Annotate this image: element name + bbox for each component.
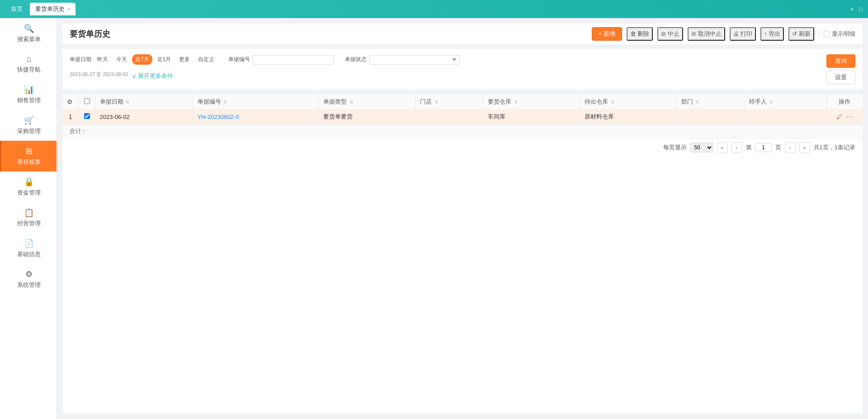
doc-icon: 📄 (24, 238, 34, 248)
top-bar: 首页 要货单历史 × × □ (0, 0, 868, 18)
close-tab-icon[interactable]: × (67, 6, 70, 12)
new-button[interactable]: + 新增 (592, 27, 622, 41)
pagination-bar: 每页显示 50 100 200 « ‹ 第 页 › » 共1页，1条记录 (62, 138, 863, 157)
window-maximize-icon[interactable]: □ (859, 6, 863, 13)
sidebar-item-basic-info-label: 基础信息 (17, 250, 41, 258)
inventory-icon: ⊞ (26, 146, 33, 156)
row-checkbox[interactable] (84, 113, 90, 119)
per-page-select[interactable]: 50 100 200 (690, 143, 713, 152)
delete-button[interactable]: 🗑 删除 (627, 27, 653, 41)
table-footer: 合计： (62, 124, 863, 138)
first-page-button[interactable]: « (717, 142, 728, 153)
page-number-input[interactable] (755, 143, 772, 152)
date-btn-custom[interactable]: 自定义 (195, 54, 217, 65)
date-filter-label: 单据日期 (70, 56, 91, 63)
total-records-label: 共1页，1条记录 (814, 143, 855, 152)
docno-filter-input[interactable] (253, 55, 334, 65)
handler-sort-icon[interactable]: ⇅ (769, 100, 773, 105)
date-col-header: 单据日期 ⇅ (95, 94, 193, 110)
cancel-stop-button[interactable]: ⊘ 取消中止 (688, 27, 725, 41)
row-wait-warehouse: 原材料仓库 (580, 110, 676, 124)
last-page-button[interactable]: » (799, 142, 810, 153)
sidebar-item-purchase-label: 采购管理 (17, 127, 41, 135)
check-col-header (79, 94, 95, 110)
filter-date-range-row: 2023-05-27 至 2023-06-02 ∨ 展开更多条件 (70, 68, 826, 80)
date-btn-more[interactable]: 更多 (176, 54, 193, 65)
type-sort-icon[interactable]: ⇅ (349, 100, 353, 105)
handler-col-header: 经手人 ⇅ (744, 94, 826, 110)
content-area: 要货单历史 + 新增 🗑 删除 ⊘ 中止 ⊘ 取消中止 🖨 打印 ↑ 导出 ↺ … (57, 18, 868, 419)
home-icon: ⌂ (27, 54, 32, 64)
date-sort-icon[interactable]: ⇅ (126, 100, 129, 105)
filter-section: 单据日期 昨天 今天 近7天 近1月 更多 自定义 (70, 54, 855, 84)
date-btn-7days[interactable]: 近7天 (132, 54, 152, 65)
date-filter-group: 单据日期 昨天 今天 近7天 近1月 更多 自定义 (70, 54, 217, 65)
next-page-button[interactable]: › (785, 142, 796, 153)
main-layout: 🔍 搜索菜单 ⌂ 快捷导航 📊 销售管理 🛒 采购管理 ⊞ 库存核算 🔒 资金管… (0, 18, 868, 419)
chart-icon: 📊 (24, 85, 34, 95)
cart-icon: 🛒 (24, 115, 34, 125)
row-checkbox-cell (79, 110, 95, 124)
date-range-display: 2023-05-27 至 2023-06-02 (70, 71, 128, 78)
window-close-icon[interactable]: × (850, 6, 854, 13)
no-sort-icon[interactable]: ⇅ (223, 100, 227, 105)
tab-doc-history[interactable]: 要货单历史 × (30, 3, 75, 15)
settings-button[interactable]: 设置 (826, 71, 855, 84)
date-filter-buttons: 昨天 今天 近7天 近1月 更多 自定义 (94, 54, 217, 65)
filter-area: 单据日期 昨天 今天 近7天 近1月 更多 自定义 (62, 49, 863, 90)
sidebar-item-finance-label: 资金管理 (17, 189, 41, 197)
refresh-button[interactable]: ↺ 刷新 (788, 27, 814, 41)
row-handler (744, 110, 826, 124)
sidebar-item-quicknav-label: 快捷导航 (17, 66, 41, 74)
display-detail-checkbox[interactable] (824, 31, 830, 37)
dept-sort-icon[interactable]: ⇅ (695, 100, 699, 105)
table-header-row: ⚙ 单据日期 ⇅ 单据编号 ⇅ 单据类型 (62, 94, 863, 110)
docno-filter-group: 单据编号 (228, 55, 334, 65)
sum-label: 合计： (70, 127, 87, 135)
search-icon: 🔍 (24, 24, 34, 33)
row-more-icon[interactable]: ⋯ (846, 113, 853, 120)
wait-warehouse-sort-icon[interactable]: ⇅ (611, 100, 614, 105)
sidebar-item-operations[interactable]: 📋 经营管理 (0, 202, 57, 233)
req-warehouse-sort-icon[interactable]: ⇅ (514, 100, 518, 105)
status-filter-select[interactable] (369, 55, 460, 65)
display-detail-label: 显示明细 (832, 30, 855, 38)
store-sort-icon[interactable]: ⇅ (434, 100, 438, 105)
expand-more-button[interactable]: ∨ 展开更多条件 (132, 72, 173, 80)
date-btn-today[interactable]: 今天 (113, 54, 130, 65)
display-detail-toggle[interactable]: 显示明细 (824, 30, 855, 38)
sidebar-item-purchase[interactable]: 🛒 采购管理 (0, 110, 57, 141)
export-button[interactable]: ↑ 导出 (760, 27, 784, 41)
toolbar: + 新增 🗑 删除 ⊘ 中止 ⊘ 取消中止 🖨 打印 ↑ 导出 ↺ 刷新 显示明… (592, 27, 855, 41)
no-col-header: 单据编号 ⇅ (193, 94, 319, 110)
date-btn-yesterday[interactable]: 昨天 (94, 54, 111, 65)
sidebar-item-inventory[interactable]: ⊞ 库存核算 (0, 141, 57, 171)
prev-page-button[interactable]: ‹ (731, 142, 742, 153)
page-header: 要货单历史 + 新增 🗑 删除 ⊘ 中止 ⊘ 取消中止 🖨 打印 ↑ 导出 ↺ … (62, 24, 863, 44)
status-filter-label: 单据状态 (345, 56, 367, 63)
sidebar: 🔍 搜索菜单 ⌂ 快捷导航 📊 销售管理 🛒 采购管理 ⊞ 库存核算 🔒 资金管… (0, 18, 57, 419)
sidebar-item-quicknav[interactable]: ⌂ 快捷导航 (0, 49, 57, 79)
date-btn-1month[interactable]: 近1月 (154, 54, 175, 65)
row-type: 要货单要货 (319, 110, 415, 124)
sidebar-item-search[interactable]: 🔍 搜索菜单 (0, 18, 57, 49)
gear-icon: ⚙ (25, 269, 33, 279)
sidebar-item-sales-label: 销售管理 (17, 96, 41, 105)
sidebar-item-finance[interactable]: 🔒 资金管理 (0, 171, 57, 202)
settings-col-header[interactable]: ⚙ (62, 94, 79, 110)
query-button[interactable]: 查询 (826, 54, 855, 68)
tab-home[interactable]: 首页 (5, 3, 28, 15)
top-bar-right: × □ (850, 6, 863, 13)
print-button[interactable]: 🖨 打印 (730, 27, 756, 41)
sidebar-item-system[interactable]: ⚙ 系统管理 (0, 264, 57, 295)
row-edit-icon[interactable]: 🖊 (836, 113, 843, 120)
page-title: 要货单历史 (70, 29, 110, 39)
row-seq: 1 (62, 110, 79, 124)
sidebar-item-operations-label: 经营管理 (17, 219, 41, 228)
filter-top-row: 单据日期 昨天 今天 近7天 近1月 更多 自定义 (70, 54, 826, 65)
row-no-link[interactable]: YH-20230602-0 (198, 114, 239, 120)
select-all-checkbox[interactable] (84, 98, 90, 104)
stop-button[interactable]: ⊘ 中止 (657, 27, 683, 41)
sidebar-item-sales[interactable]: 📊 销售管理 (0, 79, 57, 110)
sidebar-item-basic-info[interactable]: 📄 基础信息 (0, 233, 57, 264)
